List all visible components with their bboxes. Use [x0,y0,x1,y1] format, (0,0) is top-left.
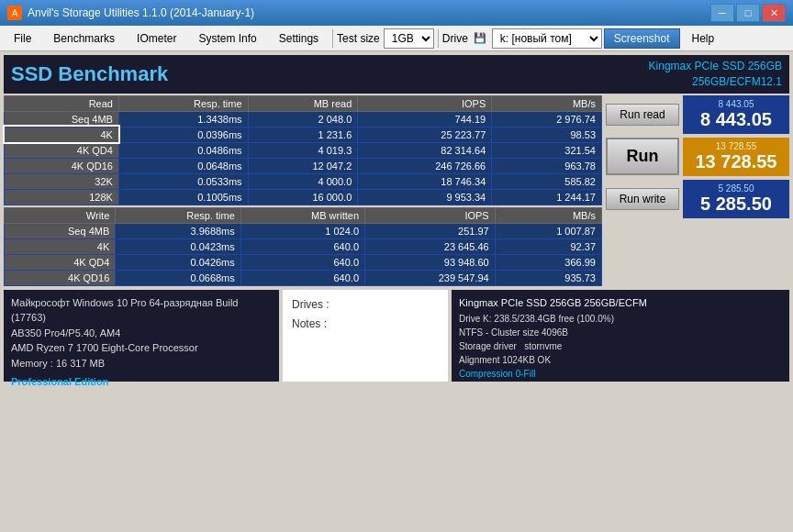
read-score-row: Run read 8 443.05 8 443.05 [606,95,789,134]
run-write-button[interactable]: Run write [606,188,679,210]
separator-1 [332,29,333,48]
total-score-row: Run 13 728.55 13 728.55 [606,138,789,176]
window-controls: ─ □ ✕ [710,4,786,22]
write-table-row: 4K0.0423ms640.023 645.4692.37 [5,238,602,254]
run-read-button[interactable]: Run read [606,104,679,126]
drive-info-line1: Kingmax PCIe SSD 256GB [649,59,782,74]
menu-settings[interactable]: Settings [269,28,329,49]
notes-label: Notes : [292,315,439,335]
total-score-small: 13 728.55 [690,141,782,151]
drive-specs-line6: Compression 0-Fill [459,367,782,381]
read-table-row: 32K0.0533ms4 000.018 746.34585.82 [5,173,602,189]
app-icon: A [7,6,22,20]
write-col-header: Write [5,207,116,223]
sys-info: Майкрософт Windows 10 Pro 64-разрядная B… [4,290,279,382]
write-table-row: 4K QD40.0426ms640.093 948.60366.99 [5,254,602,270]
read-table-row: Seq 4MB1.3438ms2 048.0744.192 976.74 [5,111,602,127]
iops-col-header: IOPS [358,95,492,111]
bench-title: SSD Benchmark [11,62,168,86]
read-score-small: 8 443.05 [690,99,782,109]
main-content: SSD Benchmark Kingmax PCIe SSD 256GB 256… [0,51,793,532]
drive-group: Drive 💾 k: [новый том] [442,28,602,49]
menu-iometer[interactable]: IOmeter [127,28,186,49]
drive-specs-line2: NTFS - Cluster size 4096B [459,326,782,339]
close-button[interactable]: ✕ [762,4,786,22]
run-button[interactable]: Run [606,138,679,175]
sys-line3: AMD Ryzen 7 1700 Eight-Core Processor [11,340,272,356]
write-table-row: Seq 4MB3.9688ms1 024.0251.971 007.87 [5,223,602,238]
total-score-big: 13 728.55 [690,151,782,172]
write-mbs-col: MB/s [495,207,601,223]
read-table-row: 4K QD40.0486ms4 019.382 314.64321.54 [5,142,602,158]
window-title: Anvil's Storage Utilities 1.1.0 (2014-Ja… [28,6,254,19]
bottom-section: Майкрософт Windows 10 Pro 64-разрядная B… [4,290,789,382]
read-table: Read Resp. time MB read IOPS MB/s Seq 4M… [4,95,602,205]
write-table: Write Resp. time MB written IOPS MB/s Se… [4,207,602,286]
write-table-row: 4K QD160.0668ms640.0239 547.94935.73 [5,270,602,285]
read-score-big: 8 443.05 [690,109,782,130]
test-size-label: Test size [337,32,380,45]
screenshot-button[interactable]: Screenshot [604,28,680,49]
read-col-header: Read [5,95,119,111]
menu-bar: File Benchmarks IOmeter System Info Sett… [0,26,793,51]
drive-icon: 💾 [474,32,486,44]
mb-read-col-header: MB read [248,95,358,111]
resp-time-col-header: Resp. time [118,95,248,111]
drive-select[interactable]: k: [новый том] [492,28,602,49]
total-score-display: 13 728.55 13 728.55 [683,138,789,176]
drive-info: Kingmax PCIe SSD 256GB 256GB/ECFM12.1 [649,59,782,90]
sys-line1: Майкрософт Windows 10 Pro 64-разрядная B… [11,295,272,326]
table-area: Read Resp. time MB read IOPS MB/s Seq 4M… [4,95,789,286]
right-panel: Run read 8 443.05 8 443.05 Run 13 728.55… [606,95,789,286]
menu-help[interactable]: Help [682,28,725,49]
write-mb-col: MB written [240,207,364,223]
minimize-button[interactable]: ─ [710,4,734,22]
menu-benchmarks[interactable]: Benchmarks [43,28,125,49]
drive-specs-line5: Alignment 1024KB OK [459,353,782,367]
write-resp-col: Resp. time [116,207,241,223]
read-table-row: 4K QD160.0648ms12 047.2246 726.66963.78 [5,158,602,173]
drive-label: Drive [442,32,468,45]
menu-systeminfo[interactable]: System Info [188,28,266,49]
read-score-display: 8 443.05 8 443.05 [683,95,789,134]
sys-line2: AB350 Pro4/P5.40, AM4 [11,326,272,341]
test-size-group: Test size 1GB 4GB [337,28,434,49]
drives-notes: Drives : Notes : [283,290,448,382]
write-score-small: 5 285.50 [690,183,782,194]
write-score-row: Run write 5 285.50 5 285.50 [606,180,789,218]
bench-header: SSD Benchmark Kingmax PCIe SSD 256GB 256… [4,55,789,94]
test-size-select[interactable]: 1GB 4GB [384,28,434,49]
maximize-button[interactable]: □ [736,4,760,22]
write-iops-col: IOPS [365,207,496,223]
professional-edition: Professional Edition [11,374,272,390]
separator-2 [438,29,439,48]
read-table-row: 128K0.1005ms16 000.09 953.341 244.17 [5,189,602,205]
write-score-big: 5 285.50 [690,194,782,215]
sys-line4: Memory : 16 317 MB [11,356,272,371]
drive-specs-title: Kingmax PCIe SSD 256GB 256GB/ECFM [459,295,782,311]
mbs-col-header: MB/s [492,95,602,111]
menu-file[interactable]: File [4,28,41,49]
drives-label: Drives : [292,295,439,316]
drive-specs-line3: Storage driver stornvme [459,339,782,353]
drive-info-line2: 256GB/ECFM12.1 [649,74,782,90]
write-score-display: 5 285.50 5 285.50 [683,180,789,218]
read-table-row: 4K0.0396ms1 231.625 223.7798.53 [5,127,602,142]
drive-specs: Kingmax PCIe SSD 256GB 256GB/ECFM Drive … [452,290,789,382]
data-table: Read Resp. time MB read IOPS MB/s Seq 4M… [4,95,602,286]
drive-specs-line1: Drive K: 238.5/238.4GB free (100.0%) [459,312,782,326]
title-bar: A Anvil's Storage Utilities 1.1.0 (2014-… [0,0,793,26]
